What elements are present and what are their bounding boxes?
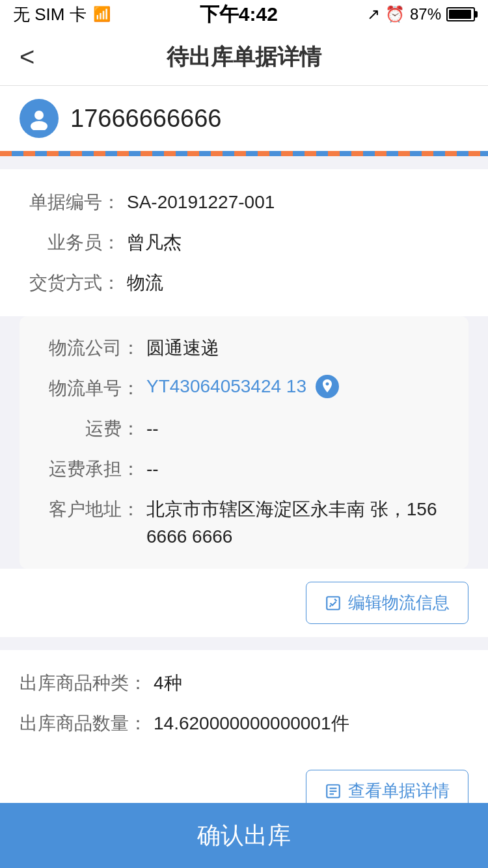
- status-right: ↗ ⏰ 87%: [367, 5, 475, 23]
- section-divider-1: [0, 637, 488, 650]
- goods-types-row: 出库商品种类： 4种: [20, 670, 468, 697]
- tracking-no-label: 物流单号：: [39, 375, 140, 402]
- confirm-button[interactable]: 确认出库: [0, 803, 488, 868]
- document-no-value: SA-20191227-001: [127, 189, 468, 216]
- sales-person-row: 业务员： 曾凡杰: [20, 229, 468, 256]
- nav-bar: < 待出库单据详情: [0, 29, 488, 86]
- battery-text: 87%: [410, 5, 441, 23]
- goods-types-label: 出库商品种类：: [20, 670, 147, 697]
- svg-point-1: [31, 121, 47, 130]
- status-bar: 无 SIM 卡 📶 下午4:42 ↗ ⏰ 87%: [0, 0, 488, 29]
- dashed-divider: [0, 151, 488, 156]
- goods-quantity-row: 出库商品数量： 14.620000000000001件: [20, 710, 468, 737]
- freight-label: 运费：: [39, 415, 140, 442]
- wifi-icon: 📶: [93, 6, 111, 23]
- logistics-company-value: 圆通速递: [146, 334, 449, 362]
- freight-bearer-row: 运费承担： --: [39, 455, 449, 483]
- delivery-method-row: 交货方式： 物流: [20, 269, 468, 297]
- location-icon[interactable]: [316, 375, 339, 398]
- confirm-button-label: 确认出库: [197, 820, 291, 852]
- freight-bearer-value: --: [146, 455, 449, 483]
- goods-quantity-value: 14.620000000000001件: [154, 710, 468, 737]
- view-details-label: 查看单据详情: [348, 780, 450, 802]
- page-title: 待出库单据详情: [167, 42, 321, 72]
- sales-person-value: 曾凡杰: [127, 229, 468, 256]
- logistics-card: 物流公司： 圆通速递 物流单号： YT43064053424 13 运费： --…: [20, 316, 468, 569]
- avatar: [20, 99, 59, 138]
- freight-row: 运费： --: [39, 415, 449, 442]
- goods-quantity-label: 出库商品数量：: [20, 710, 147, 737]
- freight-value: --: [146, 415, 449, 442]
- address-row: 客户地址： 北京市市辖区海淀区永丰南 张，156 6666 6666: [39, 496, 449, 550]
- address-label: 客户地址：: [39, 496, 140, 523]
- edit-logistics-button[interactable]: 编辑物流信息: [306, 582, 468, 624]
- svg-point-0: [34, 111, 44, 120]
- alarm-icon: ⏰: [385, 5, 405, 23]
- edit-logistics-label: 编辑物流信息: [348, 591, 450, 614]
- goods-info-section: 出库商品种类： 4种 出库商品数量： 14.620000000000001件: [0, 650, 488, 757]
- location-status-icon: ↗: [367, 5, 380, 23]
- tracking-no-text: YT43064053424 13: [146, 376, 306, 397]
- document-no-row: 单据编号： SA-20191227-001: [20, 189, 468, 216]
- delivery-method-label: 交货方式：: [20, 269, 120, 297]
- status-time: 下午4:42: [200, 1, 278, 28]
- customer-phone: 17666666666: [70, 105, 221, 133]
- customer-header: 17666666666: [0, 86, 488, 151]
- sales-person-label: 业务员：: [20, 229, 120, 256]
- address-value: 北京市市辖区海淀区永丰南 张，156 6666 6666: [146, 496, 449, 550]
- logistics-company-label: 物流公司：: [39, 334, 140, 362]
- delivery-method-value: 物流: [127, 269, 468, 297]
- edit-logistics-section: 编辑物流信息: [0, 569, 488, 637]
- document-no-label: 单据编号：: [20, 189, 120, 216]
- back-button[interactable]: <: [20, 42, 34, 72]
- tracking-no-row: 物流单号： YT43064053424 13: [39, 375, 449, 402]
- status-left: 无 SIM 卡 📶: [13, 3, 111, 26]
- battery-icon: [446, 7, 475, 21]
- logistics-company-row: 物流公司： 圆通速递: [39, 334, 449, 362]
- svg-rect-2: [327, 597, 340, 610]
- goods-types-value: 4种: [154, 670, 468, 697]
- document-info-section: 单据编号： SA-20191227-001 业务员： 曾凡杰 交货方式： 物流: [0, 169, 488, 316]
- tracking-no-value-group: YT43064053424 13: [146, 375, 339, 398]
- freight-bearer-label: 运费承担：: [39, 455, 140, 483]
- carrier-text: 无 SIM 卡: [13, 3, 87, 26]
